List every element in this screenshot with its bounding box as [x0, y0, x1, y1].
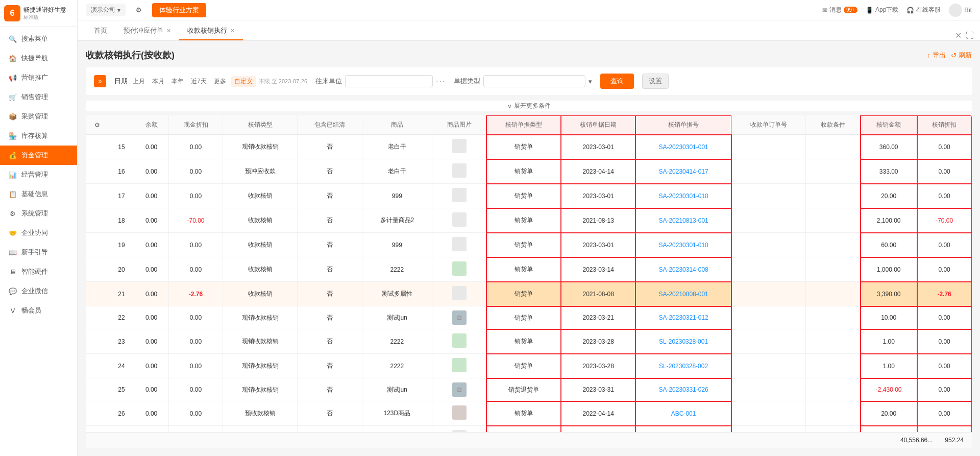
cell-bill_no[interactable]: SA-20230301-001: [635, 135, 731, 159]
tab-close-prepay[interactable]: ✕: [166, 28, 171, 34]
export-button[interactable]: ↑ 导出: [927, 51, 946, 60]
sidebar-item-search[interactable]: 🔍 搜索菜单: [0, 29, 77, 49]
table-row: 190.000.00收款核销否999销货单2023-03-01SA-202303…: [86, 233, 972, 257]
date-opt-更多[interactable]: 更多: [212, 76, 228, 87]
sidebar-item-finance[interactable]: 💰 资金管理: [0, 146, 77, 165]
cell-bill_no[interactable]: SA-20230331-026: [635, 378, 731, 401]
message-item[interactable]: ✉ 消息 99+: [822, 6, 857, 14]
member-icon: V: [8, 306, 17, 315]
filter-toggle-button[interactable]: »: [94, 75, 106, 87]
sidebar-item-label-basic: 基础信息: [21, 189, 69, 199]
date-opt-本月[interactable]: 本月: [150, 76, 166, 87]
expand-icon[interactable]: ⛶: [966, 31, 974, 40]
sidebar-item-sales[interactable]: 🛒 销售管理: [0, 87, 77, 107]
cell-bill_no[interactable]: SA-20230321-012: [635, 306, 731, 329]
cell-cancel_discount: 0.00: [917, 135, 972, 159]
cell-bill_no[interactable]: SA-20230301-010: [635, 233, 731, 257]
company-selector[interactable]: 演示公司 ▾: [86, 4, 126, 16]
cell-bill_no[interactable]: SL-20230408-001: [635, 426, 731, 433]
sidebar-item-label-hardware: 智能硬件: [21, 267, 69, 276]
wechat-icon: 💬: [8, 286, 17, 296]
cell-goods_image: [432, 329, 487, 354]
user-item[interactable]: Rit: [949, 4, 972, 17]
chevron-down-icon: ▾: [117, 7, 120, 14]
cell-settings: [86, 135, 109, 159]
tabs-actions: ✕ ⛶: [955, 31, 974, 40]
online-service-item[interactable]: 🎧 在线客服: [906, 6, 941, 14]
sidebar-item-member[interactable]: V 畅会员: [0, 301, 77, 320]
sidebar-item-quick-nav[interactable]: 🏠 快捷导航: [0, 49, 77, 68]
cell-cancel_amount: 360.00: [861, 135, 917, 159]
sidebar-item-system[interactable]: ⚙ 系统管理: [0, 204, 77, 223]
unit-dots[interactable]: ···: [436, 77, 446, 86]
company-name: 演示公司: [91, 6, 115, 14]
cell-seq: 26: [109, 401, 134, 426]
cell-cancel_discount: 0.00: [917, 401, 972, 426]
date-filter-group: 日期 上月本月本年近7天更多自定义 不限 至 2023-07-26: [114, 76, 307, 87]
tab-home[interactable]: 首页: [86, 22, 115, 40]
cell-bill_no[interactable]: SA-20210813-001: [635, 208, 731, 233]
tab-prepay[interactable]: 预付冲应付单✕: [115, 22, 179, 40]
query-button[interactable]: 查询: [600, 74, 634, 89]
sidebar-item-marketing[interactable]: 📢 营销推广: [0, 68, 77, 87]
bill-type-label: 单据类型: [454, 77, 480, 86]
table-scroll[interactable]: ⚙余额现金折扣核销类型包含已结清商品商品图片核销单据类型核销单据日期核销单据号收…: [86, 115, 972, 432]
cell-cancel_type: 现销收款核销: [223, 135, 298, 159]
main-content: 演示公司 ▾ ⚙ 体验行业方案 ✉ 消息 99+ 📱 App下载 🎧 在线客服: [78, 0, 980, 456]
cell-include_settled: 否: [298, 329, 362, 354]
sidebar-item-wechat[interactable]: 💬 企业微信: [0, 281, 77, 301]
tab-receipt[interactable]: 收款核销执行✕: [179, 22, 243, 40]
cell-bill_no[interactable]: ABC-001: [635, 401, 731, 426]
bill-type-input[interactable]: [483, 75, 585, 87]
date-opt-上月[interactable]: 上月: [131, 76, 147, 87]
settings-button[interactable]: ⚙: [132, 3, 146, 17]
cell-bill_date: 2023-03-31: [561, 378, 635, 401]
cell-cancel_type: 预冲应收款: [223, 159, 298, 184]
unit-input[interactable]: [345, 75, 433, 87]
cell-cash_discount: 0.00: [168, 135, 223, 159]
cell-receipt_condition: [806, 208, 861, 233]
chevron-down-icon[interactable]: ▾: [589, 78, 592, 85]
close-window-icon[interactable]: ✕: [955, 31, 962, 40]
date-opt-本年[interactable]: 本年: [169, 76, 186, 87]
expand-conditions-button[interactable]: ∨ 展开更多条件: [507, 102, 551, 110]
sidebar-item-basic[interactable]: 📋 基础信息: [0, 184, 77, 204]
sidebar-item-purchase[interactable]: 📦 采购管理: [0, 107, 77, 126]
system-icon: ⚙: [8, 209, 17, 218]
refresh-button[interactable]: ↺ 刷新: [951, 51, 972, 60]
trial-button[interactable]: 体验行业方案: [152, 3, 206, 17]
cell-cancel_amount: 10.00: [861, 306, 917, 329]
cell-goods: 999: [362, 184, 432, 208]
cell-goods: 测试jun: [362, 378, 432, 401]
cell-bill_type: 销货单: [486, 135, 561, 159]
app-download-item[interactable]: 📱 App下载: [866, 6, 898, 14]
sidebar-item-guide[interactable]: 📖 新手引导: [0, 243, 77, 262]
cell-bill_no[interactable]: SA-20230314-008: [635, 257, 731, 282]
cell-balance: 0.00: [134, 401, 168, 426]
cell-bill_no[interactable]: SA-20230301-010: [635, 184, 731, 208]
tab-close-receipt[interactable]: ✕: [230, 28, 235, 34]
cell-balance: 0.00: [134, 257, 168, 282]
goods-image: 🖼: [452, 310, 467, 325]
date-opt-custom[interactable]: 自定义: [231, 76, 256, 87]
cell-cancel_amount: 1,000.00: [861, 257, 917, 282]
cell-cancel_type: 收款核销: [223, 282, 298, 306]
sidebar-item-hardware[interactable]: 🖥 智能硬件: [0, 262, 77, 281]
cell-bill_no[interactable]: SL-20230328-002: [635, 354, 731, 378]
sidebar-item-cooperation[interactable]: 🤝 企业协同: [0, 223, 77, 243]
cell-bill_no[interactable]: SA-20230414-017: [635, 159, 731, 184]
col-header-goods_image: 商品图片: [432, 115, 487, 135]
sidebar-item-inventory[interactable]: 🏪 库存核算: [0, 126, 77, 146]
cell-include_settled: 否: [298, 401, 362, 426]
cell-settings: [86, 208, 109, 233]
cell-cancel_type: 收款核销: [223, 184, 298, 208]
cell-bill_no[interactable]: SA-20210808-001: [635, 282, 731, 306]
date-opt-近7天[interactable]: 近7天: [189, 76, 209, 87]
cell-bill_no[interactable]: SL-20230328-001: [635, 329, 731, 354]
sidebar: 6 畅捷通谱好生意 标准版 🔍 搜索菜单 🏠 快捷导航 📢 营销推广 🛒 销售管…: [0, 0, 78, 456]
sidebar-item-operation[interactable]: 📊 经营管理: [0, 165, 77, 184]
cell-settings: [86, 306, 109, 329]
cell-settings: [86, 184, 109, 208]
settings-filter-button[interactable]: 设置: [642, 74, 669, 89]
finance-icon: 💰: [8, 151, 17, 160]
